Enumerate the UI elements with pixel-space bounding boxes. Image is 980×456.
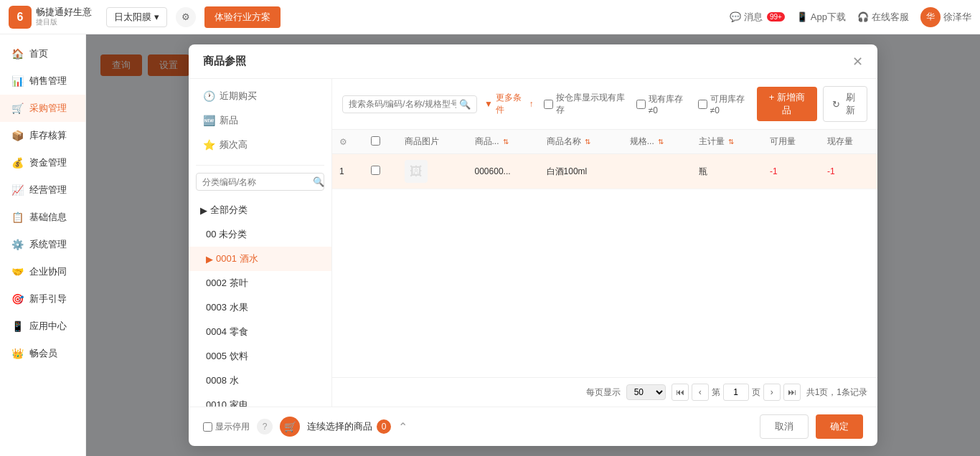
cb-warehouse[interactable]: 按仓库显示现有库存	[544, 92, 626, 116]
cb-available[interactable]: 可用库存≠0	[698, 93, 750, 115]
avatar: 华	[920, 7, 941, 27]
toolbar-right: + 新增商品 ↻ 刷新	[757, 86, 867, 122]
store-selector[interactable]: 日太阳膜 ▾	[106, 7, 167, 27]
category-item-water[interactable]: 0008 水	[189, 369, 331, 393]
sidebar-item-collab[interactable]: 🤝 企业协同	[0, 258, 85, 285]
category-item-drink[interactable]: 0005 饮料	[189, 344, 331, 369]
confirm-button[interactable]: 确定	[816, 414, 863, 439]
top-nav: 6 畅捷通好生意 捷目版 日太阳膜 ▾ ⚙ 体验行业方案 💬 消息 99+ 📱 …	[0, 0, 980, 34]
gear-button[interactable]: ⚙	[176, 7, 196, 27]
col-code[interactable]: 商品... ⇅	[468, 130, 540, 154]
purchase-icon: 🛒	[11, 103, 24, 114]
sidebar-item-sales[interactable]: 📊 销售管理	[0, 67, 85, 95]
col-unit[interactable]: 主计量 ⇅	[692, 130, 763, 154]
add-product-button[interactable]: + 新增商品	[757, 87, 817, 121]
sidebar-item-guide[interactable]: 🎯 新手引导	[0, 285, 85, 313]
product-search-input[interactable]	[349, 99, 456, 109]
recent-icon: 🕐	[203, 90, 215, 102]
col-settings[interactable]: ⚙	[332, 130, 364, 154]
online-service-label: 在线客服	[872, 11, 909, 24]
select-all-checkbox[interactable]	[371, 136, 380, 146]
cancel-button[interactable]: 取消	[760, 414, 809, 439]
divider	[196, 165, 324, 166]
col-image: 商品图片	[397, 130, 467, 154]
page-nav: ⏮ ‹ 第 页 › ⏭	[672, 384, 801, 401]
category-item-all[interactable]: ▶ 全部分类	[189, 198, 331, 222]
category-item-fruit[interactable]: 0003 水果	[189, 295, 331, 320]
member-icon: 👑	[11, 348, 24, 359]
show-disabled-checkbox[interactable]	[203, 422, 212, 432]
category-item-liquor[interactable]: ▶ 0001 酒水	[189, 247, 331, 271]
app-download-item[interactable]: 📱 App下载	[796, 11, 846, 24]
collapse-arrow-button[interactable]: ⌃	[398, 420, 407, 434]
show-disabled-label[interactable]: 显示停用	[203, 421, 250, 433]
sidebar-item-apps[interactable]: 📱 应用中心	[0, 313, 85, 340]
category-label: 00 未分类	[206, 228, 247, 241]
tab-label: 近期购买	[220, 90, 257, 103]
row-code: 000600...	[468, 154, 540, 189]
row-num: 1	[332, 154, 364, 189]
help-icon[interactable]: ?	[257, 419, 273, 434]
sidebar-item-label: 经营管理	[29, 184, 67, 196]
row-current: -1	[820, 154, 877, 189]
tab-new-product[interactable]: 🆕 新品	[196, 109, 324, 132]
first-page-button[interactable]: ⏮	[672, 384, 689, 401]
prev-page-button[interactable]: ‹	[692, 384, 709, 401]
modal-backdrop: 商品参照 ✕ 🕐 近期购买 🆕	[86, 34, 980, 456]
cb-warehouse-input[interactable]	[544, 100, 553, 109]
messages-label: 消息	[744, 11, 763, 24]
row-select-checkbox[interactable]	[371, 166, 380, 175]
headset-icon: 🎧	[857, 11, 869, 22]
category-label: 0003 水果	[206, 301, 248, 314]
pagination-bar: 每页显示 50 100 200 ⏮ ‹ 第 页	[332, 377, 877, 407]
sidebar-item-label: 资金管理	[29, 156, 67, 169]
sidebar-item-system[interactable]: ⚙️ 系统管理	[0, 231, 85, 258]
col-name[interactable]: 商品名称 ⇅	[540, 130, 623, 154]
user-item[interactable]: 华 徐泽华	[920, 7, 971, 27]
messages-item[interactable]: 💬 消息 99+	[730, 11, 785, 24]
category-item-unclassified[interactable]: 00 未分类	[189, 222, 331, 247]
col-current: 现存量	[820, 130, 877, 154]
operation-icon: 📈	[11, 184, 24, 196]
filter-button[interactable]: ▼ 更多条件 ↑	[484, 92, 534, 116]
tab-high-frequency[interactable]: ⭐ 频次高	[196, 133, 324, 156]
category-item-electronics[interactable]: 0010 家电	[189, 393, 331, 407]
dialog-close-button[interactable]: ✕	[852, 55, 863, 68]
last-page-button[interactable]: ⏭	[783, 384, 801, 401]
category-item-snack[interactable]: 0004 零食	[189, 320, 331, 344]
tab-recent-purchase[interactable]: 🕐 近期购买	[196, 85, 324, 108]
category-list: ▶ 全部分类 00 未分类 ▶ 0001 酒水 0002 茶	[189, 195, 331, 407]
row-unit: 瓶	[692, 154, 763, 189]
sidebar-item-finance[interactable]: 💰 资金管理	[0, 149, 85, 176]
sidebar-item-home[interactable]: 🏠 首页	[0, 40, 85, 67]
category-search-box[interactable]: 🔍	[196, 173, 324, 191]
category-label: 0001 酒水	[216, 252, 258, 265]
sidebar-item-member[interactable]: 👑 畅会员	[0, 340, 85, 367]
cart-button[interactable]: 🛒	[280, 417, 300, 437]
product-search-wrap[interactable]: 🔍	[342, 95, 477, 113]
sidebar-item-basic[interactable]: 📋 基础信息	[0, 204, 85, 231]
row-checkbox[interactable]	[364, 154, 397, 189]
refresh-button[interactable]: ↻ 刷新	[823, 86, 867, 122]
sidebar-item-purchase[interactable]: 🛒 采购管理	[0, 95, 85, 122]
show-disabled-text: 显示停用	[215, 421, 250, 433]
category-label: 0002 茶叶	[206, 277, 248, 290]
table-row[interactable]: 1 🖼 000600... 白酒100ml 瓶	[332, 154, 877, 189]
logo-text: 畅捷通好生意	[36, 6, 92, 18]
next-page-button[interactable]: ›	[763, 384, 781, 401]
per-page-select[interactable]: 50 100 200	[626, 384, 666, 400]
col-spec[interactable]: 规格... ⇅	[623, 130, 692, 154]
nav-right: 💬 消息 99+ 📱 App下载 🎧 在线客服 华 徐泽华	[730, 7, 971, 27]
cb-existing-input[interactable]	[636, 100, 646, 109]
cb-existing[interactable]: 现有库存≠0	[636, 93, 688, 115]
cb-available-input[interactable]	[698, 100, 707, 109]
sidebar-item-operation[interactable]: 📈 经营管理	[0, 176, 85, 204]
col-checkbox[interactable]	[364, 130, 397, 154]
trial-button[interactable]: 体验行业方案	[204, 6, 281, 28]
category-item-tea[interactable]: 0002 茶叶	[189, 271, 331, 295]
category-search-input[interactable]	[202, 177, 310, 187]
sidebar-item-inventory[interactable]: 📦 库存核算	[0, 122, 85, 149]
product-table: ⚙ 商品图片 商品... ⇅ 商品名称 ⇅ 规格... ⇅ 主计量 ⇅ 可用量	[332, 130, 877, 189]
page-number-input[interactable]	[723, 384, 749, 401]
online-service-item[interactable]: 🎧 在线客服	[857, 11, 909, 24]
